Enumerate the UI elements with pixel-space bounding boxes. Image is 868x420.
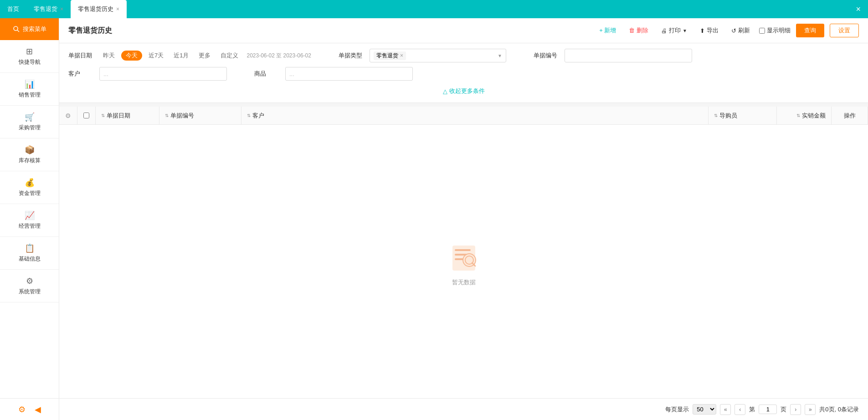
- show-detail-checkbox-label[interactable]: 显示明细: [759, 26, 791, 35]
- per-page-select[interactable]: 50 10 20 100: [693, 404, 716, 415]
- bill-type-label: 单据类型: [339, 51, 366, 60]
- sort-billno-icon[interactable]: ⇅: [165, 113, 169, 118]
- prev-page-button[interactable]: ‹: [734, 404, 745, 415]
- bill-no-input[interactable]: [565, 49, 692, 62]
- new-button[interactable]: + 新增: [596, 25, 620, 36]
- toolbar: + 新增 🗑 删除 🖨 🖨 打印 打印 ▼ ⬆ 导出 ↺ 刷新: [596, 24, 859, 37]
- export-icon: ⬆: [700, 27, 705, 34]
- print-button[interactable]: 🖨 🖨 打印 打印 ▼: [657, 25, 691, 36]
- customer-filter: 客户 ...: [68, 67, 227, 81]
- th-guide: ⇅ 导购员: [709, 107, 777, 124]
- th-customer-label: 客户: [252, 112, 264, 120]
- current-page-input[interactable]: [759, 405, 777, 414]
- date-option-1month[interactable]: 近1月: [170, 51, 192, 61]
- sidebar-item-finance[interactable]: 💰 资金管理: [0, 171, 59, 204]
- finance-icon: 💰: [25, 178, 35, 188]
- customer-label: 客户: [68, 70, 96, 78]
- sidebar-collapse-icon[interactable]: ◀: [35, 405, 41, 415]
- export-button[interactable]: ⬆ 导出: [696, 25, 722, 36]
- last-page-button[interactable]: »: [805, 404, 816, 415]
- tab-retail-return-history[interactable]: 零售退货历史 ×: [71, 0, 127, 18]
- set-button[interactable]: 设置: [830, 24, 859, 37]
- operation-icon: 📈: [25, 210, 35, 220]
- th-amount-label: 实销金额: [802, 112, 826, 120]
- tab-home[interactable]: 首页: [0, 0, 26, 18]
- date-option-custom[interactable]: 自定义: [217, 51, 242, 61]
- base-icon: 📋: [25, 243, 35, 253]
- bill-no-label: 单据编号: [534, 51, 561, 60]
- first-page-button[interactable]: «: [720, 404, 731, 415]
- date-option-yesterday[interactable]: 昨天: [99, 51, 118, 61]
- svg-point-0: [14, 26, 18, 31]
- page-title: 零售退货历史: [68, 26, 112, 36]
- date-option-today[interactable]: 今天: [121, 51, 142, 61]
- goods-placeholder: ...: [289, 71, 294, 77]
- sort-guide-icon[interactable]: ⇅: [714, 113, 718, 118]
- svg-rect-3: [455, 249, 471, 251]
- delete-button[interactable]: 🗑 删除: [625, 25, 652, 36]
- collapse-label: 收起更多条件: [449, 87, 485, 95]
- next-page-button[interactable]: ›: [790, 404, 801, 415]
- date-filter-label: 单据日期: [68, 51, 96, 60]
- sidebar-search[interactable]: 搜索菜单: [0, 18, 59, 40]
- bill-type-tag-remove[interactable]: ×: [400, 52, 403, 59]
- th-settings[interactable]: ⚙: [59, 107, 77, 124]
- show-detail-checkbox[interactable]: [759, 28, 765, 34]
- tab-retail-return-close[interactable]: ×: [60, 6, 63, 12]
- query-button[interactable]: 查询: [796, 24, 824, 37]
- date-option-more[interactable]: 更多: [195, 51, 214, 61]
- inventory-icon: 📦: [25, 145, 35, 155]
- date-filter: 单据日期 昨天 今天 近7天 近1月 更多 自定义 2023-06-02 至 2…: [68, 51, 311, 61]
- th-checkbox[interactable]: [77, 107, 96, 124]
- print-icon: 🖨: [661, 27, 667, 34]
- bill-type-tag: 零售退货 ×: [374, 51, 406, 60]
- goods-select[interactable]: ...: [285, 67, 413, 81]
- sidebar-item-system[interactable]: ⚙ 系统管理: [0, 270, 59, 302]
- refresh-button[interactable]: ↺ 刷新: [728, 25, 754, 36]
- sidebar-item-purchase[interactable]: 🛒 采购管理: [0, 106, 59, 138]
- sidebar-item-operation-label: 经营管理: [19, 222, 41, 230]
- empty-text: 暂无数据: [452, 278, 476, 287]
- sidebar-item-finance-label: 资金管理: [19, 190, 41, 197]
- content-area: 零售退货历史 + 新增 🗑 删除 🖨 🖨 打印 打印 ▼ ⬆ 导出 ↺ 刷新: [59, 18, 868, 420]
- sidebar-item-operation[interactable]: 📈 经营管理: [0, 204, 59, 237]
- sidebar-item-sales[interactable]: 📊 销售管理: [0, 73, 59, 106]
- bill-type-select[interactable]: 零售退货 × ▼: [370, 49, 506, 62]
- filter-area: 单据日期 昨天 今天 近7天 近1月 更多 自定义 2023-06-02 至 2…: [59, 43, 868, 103]
- tab-retail-return-history-label: 零售退货历史: [78, 5, 113, 13]
- date-option-7days[interactable]: 近7天: [145, 51, 167, 61]
- empty-state: 暂无数据: [59, 125, 868, 398]
- goods-filter: 商品 ...: [254, 67, 413, 81]
- sort-date-icon[interactable]: ⇅: [101, 113, 105, 118]
- th-customer: ⇅ 客户: [241, 107, 709, 124]
- tab-retail-return[interactable]: 零售退货 ×: [26, 0, 71, 18]
- bill-no-filter: 单据编号: [534, 49, 692, 62]
- sidebar-item-base[interactable]: 📋 基础信息: [0, 237, 59, 270]
- bill-type-dropdown-icon: ▼: [498, 53, 502, 58]
- per-page-label: 每页显示: [665, 405, 689, 414]
- sidebar-item-inventory[interactable]: 📦 库存核算: [0, 138, 59, 171]
- collapse-filter-button[interactable]: △ 收起更多条件: [443, 87, 485, 95]
- search-icon: [13, 26, 20, 33]
- sort-amount-icon[interactable]: ⇅: [796, 113, 800, 118]
- th-billno: ⇅ 单据编号: [159, 107, 241, 124]
- sort-customer-icon[interactable]: ⇅: [247, 113, 251, 118]
- date-range-display: 2023-06-02 至 2023-06-02: [247, 52, 311, 60]
- th-guide-label: 导购员: [719, 112, 737, 120]
- sidebar-item-quick-nav[interactable]: ⊞ 快捷导航: [0, 40, 59, 73]
- table-header: ⚙ ⇅ 单据日期 ⇅ 单据编号 ⇅ 客户 ⇅: [59, 107, 868, 125]
- bill-type-filter: 单据类型 零售退货 × ▼: [339, 49, 506, 62]
- page-label-pre: 第: [749, 405, 755, 414]
- page-label-post: 页: [781, 405, 786, 414]
- window-close-button[interactable]: ×: [848, 5, 868, 14]
- main-layout: 搜索菜单 ⊞ 快捷导航 📊 销售管理 🛒 采购管理 📦 库存核算 💰 资金管理: [0, 18, 868, 420]
- sidebar-settings-icon[interactable]: ⚙: [18, 405, 26, 415]
- tab-retail-return-history-close[interactable]: ×: [116, 6, 119, 12]
- customer-select[interactable]: ...: [99, 67, 227, 81]
- sidebar-item-inventory-label: 库存核算: [19, 157, 41, 164]
- svg-line-1: [17, 30, 19, 32]
- sidebar-bottom: ⚙ ◀: [0, 398, 59, 420]
- date-selector: 昨天 今天 近7天 近1月 更多 自定义 2023-06-02 至 2023-0…: [99, 51, 311, 61]
- select-all-checkbox[interactable]: [83, 113, 89, 118]
- svg-rect-5: [455, 258, 464, 260]
